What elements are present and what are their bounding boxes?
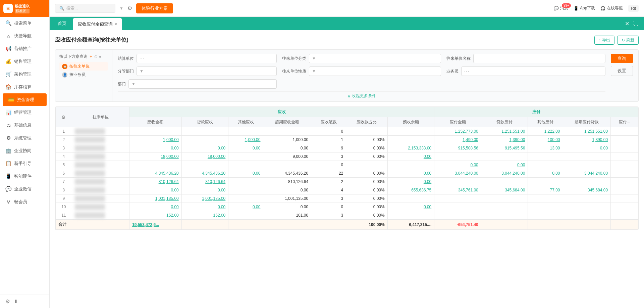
sidebar-item-wechat[interactable]: 💬 企业微信 bbox=[0, 183, 49, 195]
row-overdue-ar: 4,345,436.20 bbox=[263, 169, 311, 178]
row-loan-ar: 18,000.00 bbox=[181, 152, 228, 161]
refresh-button[interactable]: ↻ 刷新 bbox=[617, 36, 639, 45]
sidebar-item-corp[interactable]: 🏢 企业协同 bbox=[0, 144, 49, 157]
row-ar-pct: 0.00% bbox=[346, 178, 387, 186]
footer-ar-pct: 100.00% bbox=[346, 220, 387, 230]
sidebar-item-purchase[interactable]: 🛒 采购管理 bbox=[0, 68, 49, 81]
topbar-search[interactable]: 🔍 搜索... bbox=[55, 4, 115, 13]
row-overdue-ap: 1,251,551.00 bbox=[563, 127, 611, 136]
search-field-partner-type: 往来单位分类 ▼ bbox=[282, 54, 441, 63]
sidebar-item-sales[interactable]: 💰 销售管理 bbox=[0, 55, 49, 68]
footer-prepay: 6,417,215.... bbox=[387, 220, 434, 230]
service-label: 在线客服 bbox=[607, 5, 623, 11]
row-loan-ar: 810,126.64 bbox=[181, 178, 228, 186]
collapse-scheme-icon[interactable]: « bbox=[99, 54, 101, 59]
search-placeholder: 搜索... bbox=[66, 5, 78, 11]
sidebar-item-warehouse[interactable]: 🏠 库存核算 bbox=[0, 81, 49, 93]
service-icon: 🎧 bbox=[600, 6, 605, 11]
row-overdue-ar: 1,000.00 bbox=[263, 136, 311, 144]
sidebar-footer: ⚙ ⏸ bbox=[0, 295, 49, 308]
search-scheme-label: 按以下方案查询 ＋ ⊙ « bbox=[59, 54, 108, 59]
sidebar-item-basic[interactable]: 🗂 基础信息 bbox=[0, 119, 49, 132]
search-option-unit[interactable]: 🏠 按往来单位 bbox=[59, 62, 108, 71]
row-prepay: 0.00 bbox=[387, 203, 434, 211]
row-other-ar: 0.00 bbox=[228, 169, 263, 178]
msg-badge: 99+ bbox=[562, 3, 571, 8]
export-button[interactable]: ↑ 导出 bbox=[594, 36, 614, 45]
search-icon: 🔍 bbox=[5, 20, 11, 26]
row-loan-ap: 345,684.00 bbox=[481, 186, 528, 194]
th-settings[interactable]: ⚙ bbox=[56, 107, 72, 127]
row-ar-pct: 0.00% bbox=[346, 169, 387, 178]
topbar-gear-icon[interactable]: ⚙ bbox=[127, 5, 132, 11]
logo-title: 畅捷通叺 bbox=[15, 4, 30, 9]
topbar-app[interactable]: 📱 App下载 bbox=[574, 5, 595, 11]
maximize-window-icon[interactable]: ⛶ bbox=[633, 20, 639, 27]
row-prepay bbox=[387, 211, 434, 220]
sidebar-item-fund[interactable]: 💳 资金管理 bbox=[3, 93, 47, 106]
row-prepay: 0.00 bbox=[387, 169, 434, 178]
row-ap-more bbox=[611, 136, 638, 144]
search-option-salesman[interactable]: 👤 按业务员 bbox=[59, 71, 108, 79]
footer-collapse-icon[interactable]: ⏸ bbox=[13, 299, 19, 305]
row-ar: 1,001,135.00 bbox=[129, 194, 182, 203]
tab-active[interactable]: 应收应付余额查询 × bbox=[73, 18, 122, 30]
sidebar-item-search[interactable]: 🔍 搜索菜单 bbox=[0, 17, 49, 30]
sidebar-item-label: 资金管理 bbox=[17, 97, 34, 103]
salesman-input[interactable]: ··· bbox=[461, 67, 605, 76]
row-ar: 152.00 bbox=[129, 211, 182, 220]
row-other-ap bbox=[528, 161, 563, 169]
sidebar-item-hardware[interactable]: 📱 智能硬件 bbox=[0, 170, 49, 183]
data-table: ⚙ 往来单位 应收 应付 应收金额 贷款应收 其他应收 超期应收金额 应收笔数 … bbox=[55, 107, 638, 230]
row-other-ar bbox=[228, 194, 263, 203]
topbar-service[interactable]: 🎧 在线客服 bbox=[600, 5, 623, 11]
footer-settings-icon[interactable]: ⚙ bbox=[5, 298, 10, 305]
row-overdue-ap bbox=[563, 211, 611, 220]
sidebar-item-guide[interactable]: 📋 新手引导 bbox=[0, 157, 49, 170]
system-icon: ⚙ bbox=[5, 135, 11, 141]
th-other-ar: 其他应收 bbox=[228, 117, 263, 127]
th-group-ap: 应付 bbox=[434, 107, 638, 117]
partner-name-input[interactable] bbox=[473, 54, 605, 63]
topbar-user[interactable]: Rit bbox=[628, 5, 639, 12]
row-loan-ap bbox=[481, 152, 528, 161]
industry-btn[interactable]: 体验行业方案 bbox=[136, 3, 173, 13]
row-ar-count: 0 bbox=[311, 203, 346, 211]
sidebar-logo: B 畅捷通叺 标准版 bbox=[0, 0, 49, 17]
settings-button[interactable]: 设置 bbox=[611, 66, 633, 76]
sidebar-item-quick[interactable]: ⌂ 快捷导航 bbox=[0, 30, 49, 42]
tab-home[interactable]: 首页 bbox=[52, 17, 72, 30]
sub-dept-input[interactable]: ▼ bbox=[128, 79, 277, 89]
table-settings-icon[interactable]: ⚙ bbox=[61, 115, 66, 120]
sidebar-item-member[interactable]: V 畅会员 bbox=[0, 195, 49, 208]
row-loan-ar: 0.00 bbox=[181, 203, 228, 211]
query-button[interactable]: 查询 bbox=[611, 54, 633, 63]
dept-input[interactable]: ▼ bbox=[137, 67, 277, 76]
sidebar-item-operation[interactable]: 📊 经营管理 bbox=[0, 106, 49, 119]
close-tab-icon[interactable]: × bbox=[115, 22, 117, 27]
company-input[interactable]: ··· bbox=[137, 54, 277, 63]
partner-type-input[interactable]: ▼ bbox=[309, 54, 441, 63]
row-ar bbox=[129, 127, 182, 136]
row-overdue-ar bbox=[263, 161, 311, 169]
sidebar-item-marketing[interactable]: 📢 营销推广 bbox=[0, 42, 49, 55]
row-overdue-ap bbox=[563, 161, 611, 169]
row-ap bbox=[434, 178, 481, 186]
collapse-conditions-btn[interactable]: ∧ 收起更多条件 bbox=[118, 91, 605, 101]
sidebar-item-system[interactable]: ⚙ 系统管理 bbox=[0, 132, 49, 144]
table-row: 1 0 1,252,773.00 1,251,551.00 1,222.00 1… bbox=[56, 127, 638, 136]
search-action-btns: 查询 设置 bbox=[611, 50, 638, 101]
topbar-chevron-icon[interactable]: ▼ bbox=[119, 6, 123, 11]
add-scheme-icon[interactable]: ＋ bbox=[89, 54, 93, 59]
row-prepay bbox=[387, 127, 434, 136]
close-window-icon[interactable]: ✕ bbox=[625, 20, 629, 27]
th-loan-ap: 贷款应付 bbox=[481, 117, 528, 127]
edit-scheme-icon[interactable]: ⊙ bbox=[94, 54, 98, 59]
operation-icon: 📊 bbox=[5, 109, 11, 116]
row-ap-more bbox=[611, 194, 638, 203]
row-ar-pct: 0.00% bbox=[346, 211, 387, 220]
marketing-icon: 📢 bbox=[5, 46, 11, 52]
topbar-messages[interactable]: 💬 消息 99+ bbox=[554, 5, 568, 11]
partner-nature-input[interactable]: ▼ bbox=[309, 67, 441, 76]
row-name bbox=[72, 178, 129, 186]
